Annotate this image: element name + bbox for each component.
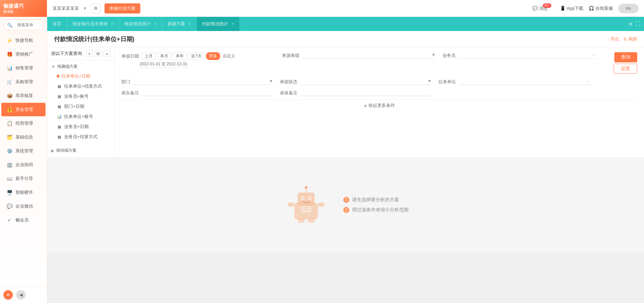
tip2-num: 2 bbox=[343, 207, 349, 213]
scheme-icon: ▦ bbox=[57, 104, 62, 109]
counterparty-input[interactable] bbox=[459, 79, 586, 84]
dept-dropdown-icon[interactable]: ▼ bbox=[269, 79, 273, 84]
sidebar-item-finance[interactable]: 💰 资金管理 bbox=[1, 103, 46, 116]
scheme-item-counterparty-account[interactable]: 📊 往来单位+账号 bbox=[47, 112, 114, 122]
svg-rect-13 bbox=[298, 218, 304, 223]
date-filter-label: 单据日期 bbox=[121, 53, 139, 59]
date-btn-more[interactable]: 更多 bbox=[206, 52, 220, 60]
settings-btn[interactable]: 设置 bbox=[614, 64, 637, 74]
source-dropdown-icon[interactable]: ▼ bbox=[431, 52, 436, 57]
settings-gear-button[interactable]: ⚙ bbox=[91, 4, 100, 13]
company-dropdown-icon[interactable]: ▼ bbox=[83, 6, 87, 11]
pc-scheme-group-title[interactable]: ▼ 电脑端方案 bbox=[47, 62, 114, 71]
sidebar-item-quick-nav[interactable]: ⚡ 快捷导航 bbox=[1, 34, 46, 47]
sidebar-item-operation[interactable]: 📋 经营管理 bbox=[1, 117, 46, 130]
salesperson-input[interactable] bbox=[458, 52, 592, 57]
tab-receivable[interactable]: 收款情况统计 × bbox=[119, 17, 162, 31]
doc-status-input[interactable] bbox=[300, 79, 427, 84]
sidebar-item-inventory[interactable]: 📦 库存核算 bbox=[1, 89, 46, 102]
date-btn-this-year[interactable]: 本年 bbox=[173, 52, 187, 60]
sidebar-item-vip[interactable]: ✓ 畅会员 bbox=[1, 213, 46, 227]
sidebar-item-label: 营销推广 bbox=[16, 51, 33, 57]
page-content: 付款情况统计(往来单位+日期) ↑ 导出 ↻ 刷新 按以下方案查询 bbox=[47, 31, 644, 303]
topbar-right: 💬 消息 99+ 📱 App下载 🎧 在线客服 Rit bbox=[532, 4, 639, 13]
sidebar-item-label: 销售管理 bbox=[16, 65, 33, 71]
tab-payment-stat[interactable]: 付款情况统计 × bbox=[197, 17, 240, 31]
sidebar-nav: ⚡ 快捷导航 🎁 营销推广 📊 销售管理 🛒 采购管理 📦 库存核算 💰 资金管… bbox=[0, 33, 47, 286]
sidebar-item-wechat[interactable]: 💬 企业微信 bbox=[1, 200, 46, 213]
tab-payment-stat-close[interactable]: × bbox=[232, 22, 234, 26]
robot-illustration-svg bbox=[283, 184, 330, 224]
search-input[interactable] bbox=[14, 21, 40, 29]
collapse-panel-btn[interactable]: « bbox=[104, 50, 110, 57]
export-label: 导出 bbox=[611, 36, 619, 42]
scheme-item-counterparty-date[interactable]: 往来单位+日期 bbox=[47, 71, 114, 81]
operation-icon: 📋 bbox=[6, 120, 13, 127]
scheme-item-salesperson-date[interactable]: ▦ 业务员+日期 bbox=[47, 122, 114, 132]
avatar[interactable]: Rit bbox=[618, 4, 639, 13]
online-service-btn[interactable]: 🎧 在线客服 bbox=[589, 5, 613, 11]
scheme-item-counterparty-settle[interactable]: ▦ 往来单位+结算方式 bbox=[47, 81, 114, 91]
sidebar-item-purchase[interactable]: 🛒 采购管理 bbox=[1, 75, 46, 89]
sidebar-item-guide[interactable]: 📖 新手引导 bbox=[1, 172, 46, 185]
sidebar-item-enterprise[interactable]: 🏢 企业协同 bbox=[1, 158, 46, 172]
date-range-text: 2022-01-01 至 2022-12-31 bbox=[140, 62, 187, 68]
refresh-btn[interactable]: ↻ 刷新 bbox=[623, 36, 637, 42]
date-btn-last-month[interactable]: 上月 bbox=[142, 52, 156, 60]
message-icon: 💬 bbox=[532, 6, 538, 11]
query-btn[interactable]: 查询 bbox=[614, 52, 637, 62]
mobile-scheme-group-title[interactable]: ▶ 移动端方案 bbox=[47, 146, 114, 155]
tab-receivable-close[interactable]: × bbox=[154, 22, 156, 26]
sidebar-item-basic[interactable]: 🗂️ 基础信息 bbox=[1, 130, 46, 144]
scheme-settings-btn[interactable]: ⚙ bbox=[95, 50, 101, 57]
export-btn[interactable]: ↑ 导出 bbox=[607, 36, 620, 42]
tab-receivable-label: 收款情况统计 bbox=[124, 21, 151, 27]
sidebar-item-system[interactable]: ⚙️ 系统管理 bbox=[1, 144, 46, 158]
sidebar-item-label: 资金管理 bbox=[16, 107, 33, 113]
source-input[interactable] bbox=[302, 52, 431, 57]
trial-btn[interactable]: 体验行业方案 bbox=[105, 3, 140, 13]
collapse-sidebar-icon[interactable]: ◀ bbox=[16, 290, 26, 300]
date-btn-this-month[interactable]: 本月 bbox=[157, 52, 171, 60]
tab-new-scheme-close[interactable]: × bbox=[188, 22, 191, 26]
scheme-icon: 📊 bbox=[57, 114, 62, 119]
header-note-input[interactable] bbox=[142, 90, 273, 95]
hardware-icon: 🖥️ bbox=[6, 189, 13, 196]
tab-new-scheme[interactable]: 新建方案 × bbox=[162, 17, 197, 31]
tab-bank-flow[interactable]: 现金银行流水查询 × bbox=[67, 17, 119, 31]
salesperson-filter-col: 业务员 ··· bbox=[442, 52, 596, 59]
sidebar-item-label: 畅会员 bbox=[16, 217, 29, 223]
counterparty-ellipsis: ··· bbox=[586, 79, 590, 84]
sidebar-item-sales[interactable]: 📊 销售管理 bbox=[1, 61, 46, 75]
date-filter-col: 单据日期 上月 本月 本年 近7天 更多 自定义 2022-01-0 bbox=[121, 52, 275, 67]
dept-input[interactable] bbox=[133, 79, 269, 84]
date-btn-7days[interactable]: 近7天 bbox=[188, 52, 205, 60]
collapse-chevron-icon: ∧ bbox=[364, 103, 367, 108]
sidebar-item-hardware[interactable]: 🖥️ 智能硬件 bbox=[1, 186, 46, 199]
tab-home[interactable]: 首页 bbox=[47, 17, 67, 31]
sidebar-logo: 畅捷通巧 标准版 bbox=[0, 0, 47, 17]
collapse-more-conditions-btn[interactable]: ∧ 收起更多条件 bbox=[121, 100, 637, 111]
message-btn[interactable]: 💬 消息 99+ bbox=[532, 5, 548, 11]
right-filter-area: 单据日期 上月 本月 本年 近7天 更多 自定义 2022-01-0 bbox=[115, 48, 644, 157]
source-label: 来源单据 bbox=[282, 53, 299, 59]
app-download-btn[interactable]: 📱 App下载 bbox=[560, 5, 583, 11]
filter-right-actions: 查询 设置 bbox=[608, 52, 637, 74]
left-panel-title: 按以下方案查询 bbox=[51, 51, 82, 57]
sidebar-item-marketing[interactable]: 🎁 营销推广 bbox=[1, 48, 46, 61]
settings-bottom-icon[interactable]: ⚙ bbox=[3, 290, 13, 300]
nav-fullscreen-icon[interactable]: ⛶ bbox=[635, 21, 641, 27]
scheme-item-dept-date[interactable]: ▦ 部门+日期 bbox=[47, 101, 114, 112]
body-note-input[interactable] bbox=[300, 90, 432, 95]
scheme-item-label: 业务员+日期 bbox=[64, 124, 89, 130]
scheme-item-salesperson-settle[interactable]: ▦ 业务员+结算方式 bbox=[47, 132, 114, 142]
sidebar-item-label: 库存核算 bbox=[16, 93, 33, 99]
topbar: 某某某某某某 ▼ ⚙ 体验行业方案 💬 消息 99+ 📱 App下载 🎧 在线客… bbox=[47, 0, 644, 17]
add-scheme-btn[interactable]: + bbox=[86, 50, 93, 57]
scheme-item-salesperson-account[interactable]: ▦ 业务员+账号 bbox=[47, 91, 114, 101]
svg-point-5 bbox=[309, 198, 310, 199]
body-note-label: 表体备注 bbox=[280, 90, 297, 96]
doc-status-dropdown-icon[interactable]: ▼ bbox=[427, 79, 432, 84]
tab-bank-flow-close[interactable]: × bbox=[111, 22, 113, 26]
nav-close-all-icon[interactable]: ✕ bbox=[628, 21, 633, 27]
